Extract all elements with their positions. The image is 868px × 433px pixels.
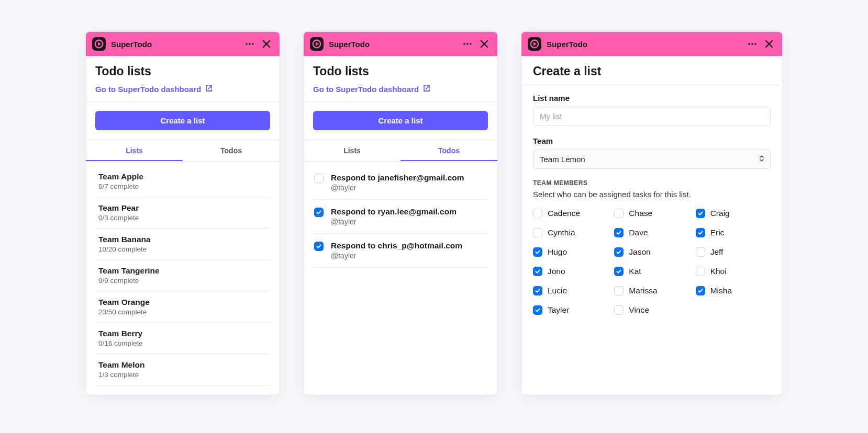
todo-checkbox[interactable] — [314, 242, 324, 251]
todo-checkbox[interactable] — [314, 174, 324, 183]
todo-row: Respond to janefisher@gmail.com@tayler — [313, 164, 488, 200]
svg-point-16 — [751, 43, 753, 45]
member-name: Khoi — [710, 267, 727, 276]
member-checkbox[interactable] — [614, 286, 624, 295]
list-row[interactable]: Team Melon1/3 complete — [95, 354, 270, 385]
panel-body: Create a list List name Team Team Lemon … — [521, 56, 782, 323]
dashboard-link-label: Go to SuperTodo dashboard — [313, 85, 419, 94]
member-option[interactable]: Khoi — [696, 266, 771, 276]
member-checkbox[interactable] — [614, 228, 624, 237]
member-checkbox[interactable] — [533, 305, 542, 315]
tab-lists[interactable]: Lists — [86, 140, 183, 161]
svg-point-11 — [470, 43, 472, 45]
panel-body: Todo lists Go to SuperTodo dashboard Cre… — [86, 56, 280, 385]
list-meta: 0/3 complete — [98, 214, 267, 222]
app-title: SuperTodo — [111, 40, 239, 49]
app-title: SuperTodo — [547, 40, 741, 49]
external-icon — [423, 85, 430, 94]
list-rows: Team Apple6/7 completeTeam Pear0/3 compl… — [95, 164, 270, 385]
member-checkbox[interactable] — [614, 209, 624, 218]
list-name: Team Berry — [98, 329, 267, 338]
member-name: Lucie — [548, 286, 567, 295]
todo-checkbox[interactable] — [314, 208, 324, 217]
more-icon[interactable] — [244, 38, 255, 50]
tab-lists[interactable]: Lists — [304, 140, 400, 161]
app-logo-icon — [528, 37, 541, 51]
panel-header: SuperTodo — [304, 32, 497, 56]
list-meta: 6/7 complete — [98, 183, 267, 190]
list-row[interactable]: Team Apple6/7 complete — [95, 164, 270, 197]
page-title: Create a list — [533, 64, 771, 78]
list-row[interactable]: Team Tangerine9/9 complete — [95, 260, 270, 291]
more-icon[interactable] — [462, 38, 473, 50]
member-name: Craig — [710, 209, 730, 218]
member-name: Dave — [629, 228, 648, 237]
tabs: Lists Todos — [304, 140, 497, 162]
list-name: Team Melon — [98, 360, 267, 370]
tab-todos[interactable]: Todos — [400, 140, 497, 161]
todo-assignee: @tayler — [331, 218, 457, 226]
tab-todos[interactable]: Todos — [183, 140, 280, 161]
member-checkbox[interactable] — [614, 305, 624, 315]
member-option[interactable]: Marissa — [614, 286, 689, 295]
member-option[interactable]: Craig — [696, 208, 771, 218]
todo-rows: Respond to janefisher@gmail.com@taylerRe… — [313, 164, 488, 268]
svg-point-10 — [466, 43, 469, 45]
list-name-input[interactable] — [533, 107, 771, 126]
list-meta: 9/9 complete — [98, 277, 267, 284]
member-option[interactable]: Jason — [614, 247, 689, 257]
list-row[interactable]: Team Berry0/16 complete — [95, 323, 270, 354]
app-title: SuperTodo — [329, 40, 457, 49]
member-option[interactable]: Jeff — [696, 247, 771, 257]
close-icon[interactable] — [763, 38, 775, 50]
member-checkbox[interactable] — [533, 247, 542, 257]
team-select[interactable]: Team Lemon — [533, 150, 771, 169]
member-option[interactable]: Kat — [614, 266, 689, 276]
panel-create: SuperTodo Create a list List name Team T… — [521, 31, 783, 395]
member-option[interactable]: Hugo — [533, 247, 608, 257]
member-checkbox[interactable] — [533, 286, 542, 295]
create-list-button[interactable]: Create a list — [95, 111, 270, 130]
todo-title: Respond to ryan.lee@gmail.com — [331, 207, 457, 216]
dashboard-link[interactable]: Go to SuperTodo dashboard — [313, 85, 430, 94]
member-checkbox[interactable] — [533, 267, 542, 276]
member-option[interactable]: Lucie — [533, 286, 608, 295]
member-checkbox[interactable] — [614, 247, 624, 257]
member-option[interactable]: Cadence — [533, 208, 608, 218]
list-name: Team Orange — [98, 298, 267, 307]
member-checkbox[interactable] — [533, 228, 542, 237]
tabs: Lists Todos — [86, 140, 280, 162]
member-option[interactable]: Cynthia — [533, 227, 608, 237]
more-icon[interactable] — [747, 38, 758, 50]
create-list-button[interactable]: Create a list — [313, 111, 488, 130]
member-checkbox[interactable] — [533, 209, 542, 218]
member-option[interactable]: Chase — [614, 208, 689, 218]
member-checkbox[interactable] — [696, 247, 705, 257]
member-option[interactable]: Jono — [533, 266, 608, 276]
member-checkbox[interactable] — [696, 209, 705, 218]
close-icon[interactable] — [478, 38, 490, 50]
list-meta: 23/50 complete — [98, 308, 267, 316]
member-name: Cynthia — [548, 228, 575, 237]
list-row[interactable]: Team Pear0/3 complete — [95, 197, 270, 229]
member-checkbox[interactable] — [696, 286, 705, 295]
member-checkbox[interactable] — [696, 267, 705, 276]
dashboard-link-label: Go to SuperTodo dashboard — [95, 85, 201, 94]
member-checkbox[interactable] — [696, 228, 705, 237]
member-checkbox[interactable] — [614, 267, 624, 276]
todo-title: Respond to janefisher@gmail.com — [331, 173, 464, 183]
member-option[interactable]: Tayler — [533, 305, 608, 315]
external-icon — [205, 85, 213, 94]
member-option[interactable]: Vince — [614, 305, 689, 315]
dashboard-link[interactable]: Go to SuperTodo dashboard — [95, 85, 213, 94]
list-name: Team Apple — [98, 172, 267, 181]
member-option[interactable]: Misha — [696, 286, 771, 295]
list-row[interactable]: Team Orange23/50 complete — [95, 291, 270, 323]
list-name: Team Tangerine — [98, 266, 267, 276]
member-option[interactable]: Dave — [614, 227, 689, 237]
list-row[interactable]: Team Banana10/20 complete — [95, 229, 270, 260]
svg-point-9 — [463, 43, 465, 45]
members-help: Select who can be assigned tasks for thi… — [533, 190, 771, 199]
member-option[interactable]: Eric — [696, 227, 771, 237]
close-icon[interactable] — [261, 38, 272, 50]
